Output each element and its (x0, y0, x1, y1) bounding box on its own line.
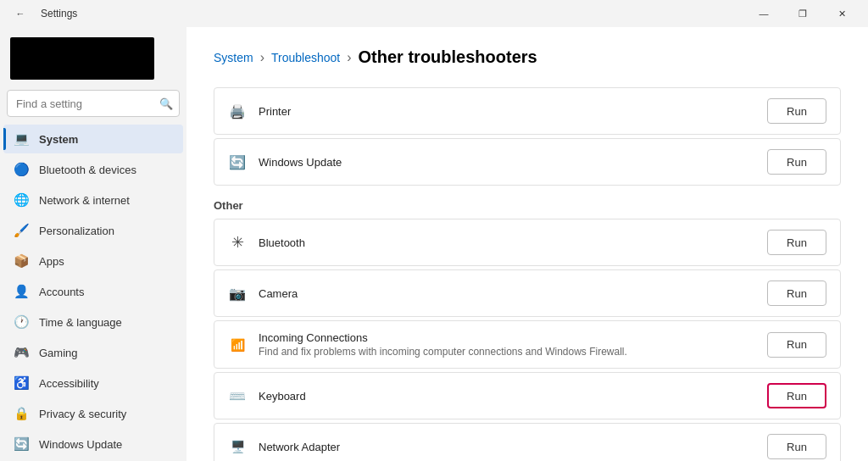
back-button[interactable]: ← (7, 0, 34, 27)
bluetooth-ts-icon: ✳ (228, 233, 247, 252)
network-adapter-name: Network Adapter (259, 441, 340, 453)
camera-icon: 📷 (228, 284, 247, 303)
titlebar: ← Settings — ❐ ✕ (0, 0, 868, 27)
bluetooth-run-button[interactable]: Run (767, 230, 826, 255)
gaming-icon: 🎮 (14, 345, 29, 360)
other-section-label: Other (214, 199, 841, 212)
app-logo (10, 37, 154, 80)
search-box: 🔍 (7, 90, 180, 117)
sidebar-item-label: Windows Update (39, 438, 122, 451)
sidebar-item-system[interactable]: 💻 System (3, 125, 183, 153)
sidebar-item-time[interactable]: 🕐 Time & language (3, 308, 183, 336)
windows-update-icon: 🔄 (14, 436, 29, 452)
minimize-button[interactable]: — (744, 0, 783, 27)
camera-ts-name: Camera (259, 287, 298, 300)
apps-icon: 📦 (14, 253, 29, 269)
accounts-icon: 👤 (14, 284, 29, 299)
incoming-connections-name: Incoming Connections (259, 331, 627, 344)
printer-run-button[interactable]: Run (767, 98, 826, 124)
sidebar-item-privacy[interactable]: 🔒 Privacy & security (3, 399, 183, 428)
network-icon: 🌐 (14, 192, 29, 208)
keyboard-run-button[interactable]: Run (767, 383, 826, 408)
sidebar-item-bluetooth[interactable]: 🔵 Bluetooth & devices (3, 155, 183, 184)
sidebar-item-label: Network & internet (39, 194, 130, 207)
sidebar-item-network[interactable]: 🌐 Network & internet (3, 186, 183, 214)
troubleshooter-network-adapter: 🖥️ Network Adapter Run (214, 423, 841, 461)
breadcrumb-current: Other troubleshooters (359, 47, 537, 67)
breadcrumb-system[interactable]: System (214, 51, 253, 64)
sidebar-item-label: Apps (39, 255, 64, 268)
sidebar-item-label: Accessibility (39, 377, 99, 390)
keyboard-ts-name: Keyboard (259, 390, 306, 403)
sidebar-item-gaming[interactable]: 🎮 Gaming (3, 338, 183, 367)
camera-run-button[interactable]: Run (767, 280, 826, 306)
search-input[interactable] (7, 90, 180, 117)
sidebar-item-accessibility[interactable]: ♿ Accessibility (3, 369, 183, 397)
search-icon: 🔍 (159, 97, 173, 110)
printer-icon: 🖨️ (228, 102, 247, 120)
troubleshooter-keyboard: ⌨️ Keyboard Run (214, 372, 841, 419)
troubleshooter-camera: 📷 Camera Run (214, 269, 841, 317)
network-adapter-icon: 🖥️ (228, 437, 247, 456)
privacy-icon: 🔒 (14, 406, 29, 421)
breadcrumb: System › Troubleshoot › Other troublesho… (214, 47, 841, 67)
sidebar-item-windows-update[interactable]: 🔄 Windows Update (3, 430, 183, 458)
close-button[interactable]: ✕ (822, 0, 861, 27)
titlebar-controls: — ❐ ✕ (744, 0, 861, 27)
sidebar-item-label: Bluetooth & devices (39, 164, 136, 176)
titlebar-title: Settings (41, 8, 77, 19)
troubleshooter-windows-update: 🔄 Windows Update Run (214, 138, 841, 186)
sidebar: 🔍 💻 System 🔵 Bluetooth & devices 🌐 Netwo… (0, 27, 186, 461)
incoming-connections-icon: 📶 (228, 336, 247, 354)
sidebar-item-label: System (39, 133, 78, 146)
sidebar-item-label: Personalization (39, 225, 114, 237)
system-icon: 💻 (14, 131, 29, 147)
sidebar-item-label: Accounts (39, 286, 84, 298)
windows-update-ts-icon: 🔄 (228, 153, 247, 171)
sidebar-item-label: Time & language (39, 316, 122, 329)
troubleshooter-bluetooth: ✳ Bluetooth Run (214, 219, 841, 266)
keyboard-icon: ⌨️ (228, 386, 247, 405)
restore-button[interactable]: ❐ (783, 0, 822, 27)
printer-name: Printer (259, 105, 291, 118)
breadcrumb-sep1: › (260, 50, 264, 65)
sidebar-item-label: Gaming (39, 347, 78, 359)
breadcrumb-troubleshoot[interactable]: Troubleshoot (271, 51, 340, 64)
sidebar-item-apps[interactable]: 📦 Apps (3, 247, 183, 275)
app-body: 🔍 💻 System 🔵 Bluetooth & devices 🌐 Netwo… (0, 27, 868, 461)
network-adapter-run-button[interactable]: Run (767, 434, 826, 459)
incoming-connections-run-button[interactable]: Run (767, 332, 826, 358)
titlebar-left: ← Settings (7, 0, 77, 27)
troubleshooter-incoming-connections: 📶 Incoming Connections Find and fix prob… (214, 320, 841, 369)
windows-update-run-button[interactable]: Run (767, 149, 826, 175)
bluetooth-ts-name: Bluetooth (259, 236, 305, 249)
main-content: System › Troubleshoot › Other troublesho… (186, 27, 868, 461)
windows-update-ts-name: Windows Update (259, 156, 342, 169)
bluetooth-icon: 🔵 (14, 162, 29, 177)
sidebar-item-accounts[interactable]: 👤 Accounts (3, 277, 183, 306)
personalization-icon: 🖌️ (14, 223, 29, 238)
sidebar-item-label: Privacy & security (39, 408, 126, 420)
time-icon: 🕐 (14, 314, 29, 330)
troubleshooter-printer: 🖨️ Printer Run (214, 87, 841, 135)
breadcrumb-sep2: › (347, 50, 351, 65)
sidebar-item-personalization[interactable]: 🖌️ Personalization (3, 216, 183, 245)
accessibility-icon: ♿ (14, 375, 29, 391)
incoming-connections-desc: Find and fix problems with incoming comp… (259, 346, 627, 358)
